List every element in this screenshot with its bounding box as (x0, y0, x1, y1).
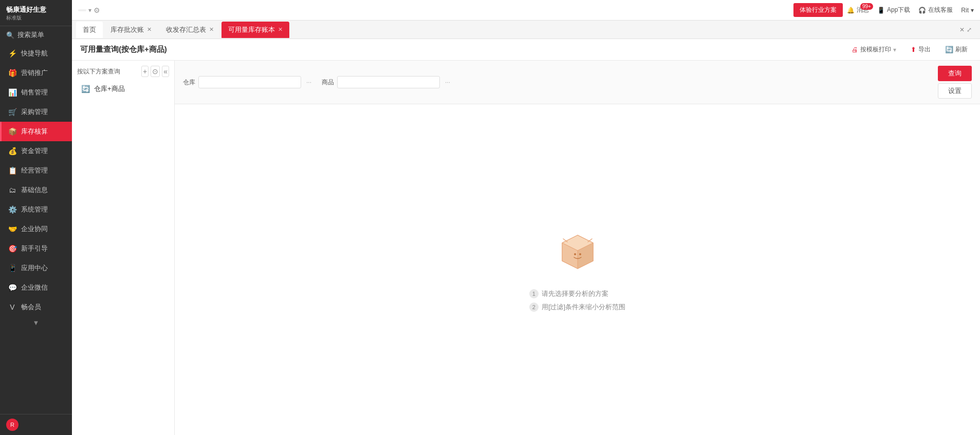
query-input-warehouse[interactable] (198, 76, 301, 88)
hint-num-1: 1 (529, 289, 539, 298)
newguide-icon: 🎯 (8, 244, 17, 253)
topbar-dropdown-icon[interactable]: ▾ (88, 7, 91, 14)
sidebar-item-marketing[interactable]: 🎁 营销推广 (0, 63, 72, 83)
purchase-icon: 🛒 (8, 108, 17, 116)
tab-close-icon[interactable]: ✕ (209, 26, 214, 33)
appcenter-icon: 📱 (8, 264, 17, 272)
quick-nav-icon: ⚡ (8, 49, 17, 58)
sidebar-item-label: 资金管理 (21, 146, 48, 156)
sidebar-item-sales[interactable]: 📊 销售管理 (0, 83, 72, 102)
refresh-button[interactable]: 🔄 刷新 (941, 43, 972, 56)
print-dropdown-icon[interactable]: ▾ (893, 46, 896, 53)
basic-icon: 🗂 (8, 186, 17, 194)
sidebar-search[interactable]: 🔍 搜索菜单 (0, 26, 72, 44)
hint-text-1: 请先选择要分析的方案 (542, 289, 608, 298)
query-field-label-warehouse: 仓库 (183, 78, 195, 87)
headset-icon: 🎧 (918, 7, 926, 14)
query-field-goods: 商品 ··· (322, 76, 452, 88)
print-button[interactable]: 🖨 按模板打印 ▾ (847, 43, 900, 56)
notification-badge: 99+ (860, 3, 873, 10)
sidebar-user-area[interactable]: R (0, 414, 72, 435)
topbar-path (78, 9, 86, 11)
print-icon: 🖨 (852, 46, 858, 53)
refresh-label: 刷新 (955, 45, 968, 54)
tab-batch-account[interactable]: 库存批次账✕ (104, 22, 158, 38)
app-download-label: App下载 (887, 6, 910, 14)
settings-button[interactable]: 设置 (938, 83, 972, 99)
empty-hint-2: 2 用[过滤]条件来缩小分析范围 (529, 302, 625, 312)
tab-home[interactable]: 首页 (76, 22, 103, 38)
sidebar-logo: 畅康通好生意 标准版 (0, 0, 72, 26)
sidebar-item-label: 企业微信 (21, 283, 48, 292)
warehouse-goods-filter-icon: 🔄 (81, 85, 90, 93)
sidebar-item-wechat[interactable]: 💬 企业微信 (0, 278, 72, 297)
sidebar-item-label: 系统管理 (21, 205, 48, 214)
export-button[interactable]: ⬆ 导出 (907, 43, 935, 56)
filter-item-label: 仓库+商品 (94, 84, 125, 93)
sidebar-item-system[interactable]: ⚙️ 系统管理 (0, 200, 72, 219)
notification-button[interactable]: 🔔 消息 99+ (847, 6, 869, 14)
svg-point-5 (579, 253, 581, 255)
refresh-icon: 🔄 (945, 46, 953, 53)
settings-scheme-button[interactable]: ⊙ (151, 66, 160, 77)
sidebar-item-member[interactable]: V 畅会员 (0, 297, 72, 317)
sidebar-item-label: 企业协同 (21, 224, 48, 234)
page-actions: 🖨 按模板打印 ▾ ⬆ 导出 🔄 刷新 (847, 43, 972, 56)
tab-close-all-button[interactable]: ✕ ⤢ (955, 24, 976, 35)
system-icon: ⚙️ (8, 205, 17, 214)
sidebar-item-appcenter[interactable]: 📱 应用中心 (0, 258, 72, 278)
sidebar-item-label: 应用中心 (21, 263, 48, 273)
svg-point-4 (574, 253, 576, 255)
sales-icon: 📊 (8, 88, 17, 97)
query-button[interactable]: 查询 (938, 66, 972, 81)
sidebar-scroll-down[interactable]: ▼ (0, 317, 72, 329)
sidebar-item-enterprise[interactable]: 🤝 企业协同 (0, 219, 72, 239)
filter-item-warehouse-goods[interactable]: 🔄 仓库+商品 (77, 81, 169, 97)
user-menu-button[interactable]: Rit ▾ (961, 7, 974, 14)
query-field-more-warehouse[interactable]: ··· (304, 79, 313, 86)
sidebar-item-inventory[interactable]: 📦 库存核算 (0, 122, 72, 141)
content-area: 按以下方案查询 + ⊙ « 🔄 仓库+商品 仓库 ··· 商品 ··· 查询 (72, 61, 980, 435)
main-area: ▾ ⚙ 体验行业方案 🔔 消息 99+ 📱 App下载 🎧 在线客服 Rit ▾ (72, 0, 980, 435)
tab-label: 首页 (83, 25, 96, 34)
operation-icon: 📋 (8, 166, 17, 175)
sidebar-item-label: 基础信息 (21, 185, 48, 195)
topbar-gear-icon[interactable]: ⚙ (94, 6, 100, 14)
search-icon: 🔍 (6, 31, 14, 39)
query-field-warehouse: 仓库 ··· (183, 76, 313, 88)
sidebar-item-quick-nav[interactable]: ⚡ 快捷导航 (0, 44, 72, 63)
empty-illustration (552, 228, 603, 279)
app-download-button[interactable]: 📱 App下载 (877, 6, 910, 14)
trial-industry-button[interactable]: 体验行业方案 (793, 3, 843, 17)
tabs-bar: 首页库存批次账✕收发存汇总表✕可用量库存账本✕ ✕ ⤢ (72, 21, 980, 39)
collapse-panel-button[interactable]: « (162, 66, 169, 77)
sidebar-item-operation[interactable]: 📋 经营管理 (0, 161, 72, 180)
marketing-icon: 🎁 (8, 69, 17, 77)
sidebar-item-newguide[interactable]: 🎯 新手引导 (0, 239, 72, 258)
sidebar-item-basic[interactable]: 🗂 基础信息 (0, 180, 72, 200)
tab-close-icon[interactable]: ✕ (147, 26, 152, 33)
query-field-label-goods: 商品 (322, 78, 334, 87)
add-scheme-button[interactable]: + (141, 66, 149, 77)
tab-close-icon[interactable]: ✕ (278, 26, 283, 33)
filter-panel-header: 按以下方案查询 + ⊙ « (77, 66, 169, 77)
query-input-goods[interactable] (337, 76, 440, 88)
sidebar-search-label: 搜索菜单 (17, 30, 44, 40)
sidebar-item-purchase[interactable]: 🛒 采购管理 (0, 102, 72, 122)
filter-panel-title: 按以下方案查询 (77, 67, 120, 76)
bell-icon: 🔔 (847, 7, 855, 14)
sidebar-item-label: 采购管理 (21, 107, 48, 117)
online-service-button[interactable]: 🎧 在线客服 (918, 6, 953, 14)
tab-label: 收发存汇总表 (166, 25, 206, 34)
export-label: 导出 (918, 45, 931, 54)
wechat-icon: 💬 (8, 283, 17, 292)
tab-receipt-summary[interactable]: 收发存汇总表✕ (159, 22, 220, 38)
tab-available-ledger[interactable]: 可用量库存账本✕ (221, 22, 289, 38)
hint-text-2: 用[过滤]条件来缩小分析范围 (542, 302, 625, 312)
sidebar: 畅康通好生意 标准版 🔍 搜索菜单 ⚡ 快捷导航 🎁 营销推广 📊 销售管理 🛒… (0, 0, 72, 435)
close-all-icon: ✕ (959, 26, 965, 33)
sidebar-item-label: 销售管理 (21, 88, 48, 97)
query-field-more-goods[interactable]: ··· (443, 79, 452, 86)
sidebar-item-label: 库存核算 (21, 127, 48, 136)
sidebar-item-finance[interactable]: 💰 资金管理 (0, 141, 72, 161)
